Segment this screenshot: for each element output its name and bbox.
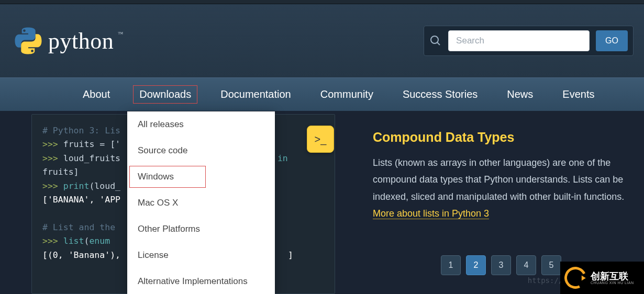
- code-text: (loud_: [89, 181, 120, 191]
- python-logo-icon: [15, 27, 42, 54]
- code-text: (: [84, 236, 90, 246]
- page-3[interactable]: 3: [491, 255, 511, 275]
- corner-brand-sub: CHUANG XIN HU LIAN: [591, 281, 634, 285]
- code-output: [(0, 'Banana'),: [42, 250, 120, 260]
- launch-shell-button[interactable]: >_: [307, 126, 334, 153]
- go-button[interactable]: GO: [596, 30, 628, 51]
- nav-documentation[interactable]: Documentation: [206, 78, 306, 111]
- code-prompt: >>>: [42, 236, 63, 246]
- search-container: GO: [424, 26, 634, 56]
- dd-macosx[interactable]: Mac OS X: [127, 190, 275, 216]
- code-text: fruits]: [42, 167, 79, 177]
- dd-source-code[interactable]: Source code: [127, 138, 275, 164]
- code-function: enum: [89, 236, 110, 246]
- search-input[interactable]: [448, 30, 590, 51]
- downloads-dropdown: All releases Source code Windows Mac OS …: [127, 111, 275, 294]
- code-keyword: in: [277, 153, 288, 163]
- header: python ™ GO: [0, 4, 644, 77]
- prompt-icon: >_: [315, 133, 327, 145]
- trademark: ™: [118, 31, 123, 37]
- nav-events[interactable]: Events: [548, 78, 609, 111]
- nav-news[interactable]: News: [492, 78, 548, 111]
- dd-all-releases[interactable]: All releases: [127, 111, 275, 138]
- dd-license[interactable]: License: [127, 242, 275, 268]
- page-2[interactable]: 2: [466, 255, 486, 275]
- code-output: ['BANANA', 'APP: [42, 195, 120, 205]
- code-prompt: >>>: [42, 139, 63, 149]
- slide-pager: 1 2 3 4 5: [441, 255, 561, 275]
- dd-windows[interactable]: Windows: [127, 164, 275, 190]
- svg-point-0: [431, 36, 438, 43]
- top-bar: [0, 0, 644, 4]
- dd-alternative-implementations[interactable]: Alternative Implementations: [127, 268, 275, 294]
- info-link[interactable]: More about lists in Python 3: [373, 208, 489, 219]
- logo-text: python ™: [48, 28, 114, 54]
- page-5[interactable]: 5: [541, 255, 561, 275]
- svg-line-1: [437, 42, 440, 45]
- corner-ring-icon: [561, 264, 590, 292]
- corner-brand-text: 创新互联: [591, 272, 634, 281]
- info-title: Compound Data Types: [373, 130, 635, 145]
- code-text: fruits = [': [63, 139, 120, 149]
- code-function: print: [63, 181, 90, 191]
- corner-brand-logo: 创新互联 CHUANG XIN HU LIAN: [560, 262, 644, 294]
- nav-community[interactable]: Community: [306, 78, 388, 111]
- code-text: loud_fruits: [63, 153, 120, 163]
- page-4[interactable]: 4: [516, 255, 536, 275]
- code-comment: # List and the: [42, 222, 120, 232]
- search-icon: [429, 35, 442, 47]
- code-prompt: >>>: [42, 153, 63, 163]
- nav-downloads[interactable]: Downloads: [125, 78, 206, 111]
- nav-about[interactable]: About: [68, 78, 125, 111]
- dd-other-platforms[interactable]: Other Platforms: [127, 216, 275, 242]
- code-output: ]: [288, 250, 293, 260]
- info-text: Lists (known as arrays in other language…: [373, 157, 624, 202]
- info-body: Lists (known as arrays in other language…: [373, 154, 635, 222]
- main-nav: About Downloads Documentation Community …: [0, 77, 644, 111]
- code-comment: # Python 3: Lis: [42, 126, 120, 135]
- page-1[interactable]: 1: [441, 255, 461, 275]
- code-function: list: [63, 236, 84, 246]
- logo[interactable]: python ™: [15, 27, 114, 54]
- code-prompt: >>>: [42, 181, 63, 191]
- nav-success-stories[interactable]: Success Stories: [388, 78, 492, 111]
